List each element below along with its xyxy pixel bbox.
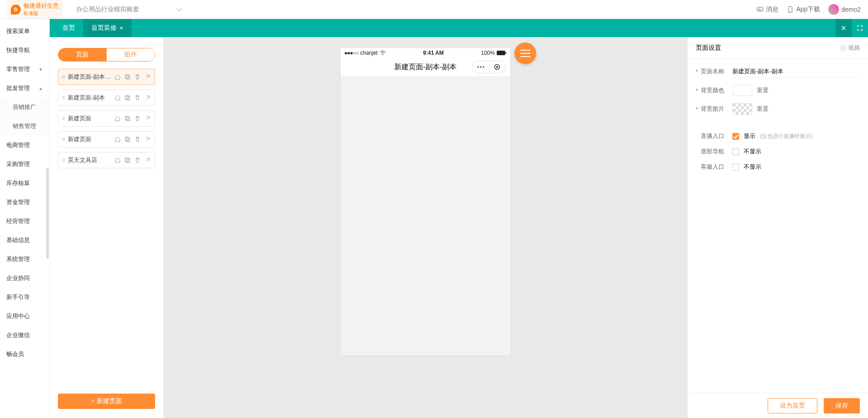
- video-help-link[interactable]: 视频: [840, 44, 860, 52]
- page-item-name: 新建页面: [68, 135, 111, 143]
- bgcolor-swatch[interactable]: [732, 85, 752, 96]
- capsule-menu-icon[interactable]: [473, 66, 489, 68]
- sidebar-item-2[interactable]: 零售管理▼: [0, 60, 49, 79]
- capsule-close-icon[interactable]: [489, 63, 505, 71]
- sidebar-item-8[interactable]: 库存核算: [0, 174, 49, 193]
- page-item-2[interactable]: ≡新建页面: [58, 110, 155, 127]
- svc-label: 客服入口: [701, 163, 732, 171]
- phone-titlebar: 新建页面-副本-副本: [341, 58, 510, 76]
- phone-preview: ●●●○○ chanjet 9:41 AM 100% 新建页面-副本-副本: [341, 48, 510, 356]
- fullscreen-button[interactable]: [852, 19, 868, 37]
- sidebar-item-17[interactable]: 畅会员: [0, 345, 49, 364]
- seg-component[interactable]: 组件: [107, 48, 155, 61]
- drag-icon[interactable]: ≡: [62, 74, 65, 80]
- close-icon: [840, 25, 847, 31]
- home-icon[interactable]: [114, 157, 121, 164]
- page-item-1[interactable]: ≡新建页面-副本: [58, 90, 155, 106]
- drag-icon[interactable]: ≡: [62, 157, 65, 163]
- settings-panel: 页面设置 视频 *页面名称 *背景颜色 重置 *背景图片 重置 *直播入口: [687, 37, 868, 418]
- wifi-icon: [379, 51, 386, 55]
- live-chk-label: 显示: [744, 132, 755, 140]
- bgcolor-reset[interactable]: 重置: [757, 86, 769, 95]
- page-name-input[interactable]: [732, 65, 860, 78]
- messages-button[interactable]: 消息: [756, 5, 778, 14]
- copy-icon[interactable]: [124, 73, 131, 81]
- page-list-panel: 页面 组件 ≡新建页面-副本-副本≡新建页面-副本≡新建页面≡新建页面≡昊天文具…: [50, 37, 164, 418]
- sidebar-item-16[interactable]: 企业微信: [0, 326, 49, 345]
- external-link-icon[interactable]: [144, 115, 151, 122]
- save-button[interactable]: 保存: [824, 398, 860, 413]
- canvas: ●●●○○ chanjet 9:41 AM 100% 新建页面-副本-副本: [164, 37, 687, 418]
- miniapp-capsule[interactable]: [472, 61, 506, 73]
- new-page-button[interactable]: + 新建页面: [58, 394, 155, 409]
- brand-text: 畅捷通好生意: [24, 2, 59, 10]
- chevron-down-icon: [175, 6, 183, 13]
- page-item-name: 新建页面-副本-副本: [68, 73, 111, 81]
- external-link-icon[interactable]: [144, 73, 151, 81]
- page-item-4[interactable]: ≡昊天文具店: [58, 152, 155, 168]
- copy-icon[interactable]: [124, 115, 131, 122]
- sidebar-item-9[interactable]: 资金管理: [0, 193, 49, 212]
- external-link-icon[interactable]: [144, 157, 151, 164]
- sidebar-item-10[interactable]: 经营管理: [0, 212, 49, 231]
- page-item-3[interactable]: ≡新建页面: [58, 131, 155, 147]
- delete-icon[interactable]: [134, 136, 141, 143]
- copy-icon[interactable]: [124, 136, 131, 143]
- sidebar-item-0[interactable]: 搜索菜单: [0, 22, 49, 41]
- sidebar-item-13[interactable]: 企业协同: [0, 269, 49, 288]
- close-icon[interactable]: ✕: [119, 25, 123, 31]
- sidebar-item-4[interactable]: 营销推广: [0, 98, 49, 117]
- seg-page[interactable]: 页面: [58, 48, 107, 61]
- sidebar-scrollbar[interactable]: [46, 19, 49, 418]
- svg-point-2: [790, 11, 791, 12]
- nav-checkbox[interactable]: [732, 148, 739, 155]
- avatar-icon: [828, 4, 839, 15]
- delete-icon[interactable]: [134, 94, 141, 101]
- battery-label: 100%: [481, 50, 495, 56]
- tab-decorate[interactable]: 首页装修✕: [83, 19, 132, 37]
- bgimg-swatch[interactable]: [732, 103, 752, 115]
- delete-icon[interactable]: [134, 115, 141, 122]
- home-icon[interactable]: [114, 115, 121, 122]
- sidebar-item-15[interactable]: 应用中心: [0, 307, 49, 326]
- tab-close-all[interactable]: [835, 19, 852, 37]
- brand-logo[interactable]: b 畅捷通好生意 标准版: [7, 0, 62, 19]
- sidebar-item-7[interactable]: 采购管理: [0, 155, 49, 174]
- user-menu[interactable]: demo2: [828, 4, 861, 15]
- messages-label: 消息: [766, 5, 778, 14]
- page-item-0[interactable]: ≡新建页面-副本-副本: [58, 69, 155, 85]
- sidebar-item-1[interactable]: 快捷导航: [0, 41, 49, 60]
- copy-icon[interactable]: [124, 94, 131, 101]
- copy-icon[interactable]: [124, 157, 131, 164]
- home-icon[interactable]: [114, 73, 121, 81]
- brand-badge: 标准版: [24, 10, 59, 17]
- account-select-label: 办公用品行业模拟账套: [76, 5, 139, 14]
- drawer-toggle-button[interactable]: [514, 43, 536, 64]
- sidebar-item-3[interactable]: 批发管理▲: [0, 79, 49, 98]
- sidebar-item-12[interactable]: 系统管理: [0, 250, 49, 269]
- drag-icon[interactable]: ≡: [62, 95, 65, 101]
- carrier-label: chanjet: [360, 50, 378, 56]
- sidebar-item-6[interactable]: 电商管理: [0, 136, 49, 155]
- delete-icon[interactable]: [134, 73, 141, 81]
- live-hint: (仅当进行直播时展示): [760, 133, 812, 140]
- sidebar-item-14[interactable]: 新手引导: [0, 288, 49, 307]
- live-checkbox[interactable]: [732, 133, 739, 140]
- sidebar-item-11[interactable]: 基础信息: [0, 231, 49, 250]
- drag-icon[interactable]: ≡: [62, 136, 65, 142]
- set-home-button[interactable]: 设为首页: [768, 398, 817, 413]
- svc-chk-label: 不显示: [744, 163, 761, 171]
- tab-home[interactable]: 首页: [54, 19, 83, 37]
- home-icon[interactable]: [114, 94, 121, 101]
- home-icon[interactable]: [114, 136, 121, 143]
- drag-icon[interactable]: ≡: [62, 115, 65, 122]
- delete-icon[interactable]: [134, 157, 141, 164]
- account-select[interactable]: 办公用品行业模拟账套: [76, 5, 183, 14]
- tab-bar: 首页 首页装修✕: [0, 19, 868, 37]
- svc-checkbox[interactable]: [732, 164, 739, 171]
- sidebar-item-5[interactable]: 销售管理: [0, 117, 49, 136]
- external-link-icon[interactable]: [144, 136, 151, 143]
- external-link-icon[interactable]: [144, 94, 151, 101]
- bgimg-reset[interactable]: 重置: [757, 105, 769, 113]
- app-download-button[interactable]: App下载: [787, 5, 820, 14]
